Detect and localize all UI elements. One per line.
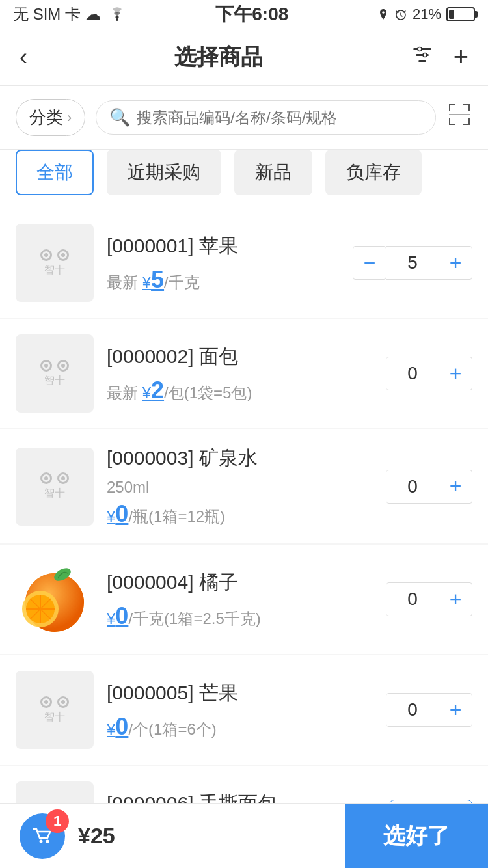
quantity-control: + (386, 693, 472, 727)
search-input[interactable] (137, 109, 422, 127)
cart-icon-wrap[interactable]: 1 (20, 813, 65, 859)
list-item: 智十 [0000002] 面包 最新 ¥2/包(1袋=5包) + (0, 319, 488, 428)
increase-button[interactable]: + (439, 357, 472, 390)
product-image: 智十 (16, 671, 94, 749)
decrease-button[interactable]: − (353, 246, 386, 280)
search-input-wrap: 🔍 (96, 100, 436, 135)
product-price: ¥0/个(1箱=6个) (107, 713, 373, 740)
svg-point-26 (46, 839, 49, 843)
product-name: [0000002] 面包 (107, 344, 373, 370)
battery-percent: 21% (413, 6, 441, 23)
status-left: 无 SIM 卡 ☁ (13, 4, 127, 25)
add-button[interactable]: + (454, 42, 468, 72)
quantity-input[interactable] (386, 582, 439, 616)
product-price: ¥0/瓶(1箱=12瓶) (107, 500, 373, 528)
svg-point-6 (423, 53, 427, 57)
product-list: 智十 [0000001] 苹果 最新 ¥5/千克 − + 智十 (0, 208, 488, 868)
increase-button[interactable]: + (439, 582, 472, 616)
nav-actions: + (411, 42, 468, 72)
wifi-icon (107, 7, 127, 21)
svg-rect-10 (468, 104, 470, 111)
status-bar: 无 SIM 卡 ☁ 下午6:08 21% (0, 0, 488, 29)
product-info: [0000002] 面包 最新 ¥2/包(1袋=5包) (107, 344, 373, 404)
product-image: 智十 (16, 334, 94, 413)
product-info: [0000001] 苹果 最新 ¥5/千克 (107, 233, 340, 293)
product-info: [0000005] 芒果 ¥0/个(1箱=6个) (107, 680, 373, 740)
increase-button[interactable]: + (439, 246, 472, 280)
tab-all[interactable]: 全部 (16, 150, 94, 195)
list-item: 智十 [0000005] 芒果 ¥0/个(1箱=6个) + (0, 655, 488, 765)
tab-new[interactable]: 新品 (234, 150, 312, 195)
svg-rect-8 (449, 104, 450, 111)
cart-badge: 1 (46, 809, 69, 833)
signal-text: 无 SIM 卡 ☁ (13, 4, 101, 25)
product-price: ¥0/千克(1箱=2.5千克) (107, 603, 373, 630)
orange-fruit-image (16, 560, 94, 638)
cart-total: ¥25 (78, 823, 115, 848)
cart-section: 1 ¥25 (0, 813, 345, 859)
battery-icon (446, 7, 475, 21)
bottom-bar: 1 ¥25 选好了 (0, 803, 488, 868)
increase-button[interactable]: + (439, 693, 472, 727)
quantity-control: − + (353, 246, 472, 280)
svg-rect-4 (418, 60, 426, 62)
increase-button[interactable]: + (439, 470, 472, 504)
quantity-input[interactable] (386, 357, 439, 390)
list-item: 智十 [0000001] 苹果 最新 ¥5/千克 − + (0, 208, 488, 318)
nav-bar: ‹ 选择商品 + (0, 29, 488, 86)
product-spec: 250ml (107, 478, 373, 496)
alarm-icon (394, 8, 407, 21)
quantity-input[interactable] (386, 693, 439, 727)
svg-point-0 (116, 18, 118, 21)
product-info: [0000003] 矿泉水 250ml ¥0/瓶(1箱=12瓶) (107, 445, 373, 528)
quantity-control: + (386, 357, 472, 390)
svg-rect-12 (449, 118, 450, 125)
svg-rect-2 (413, 48, 431, 50)
category-button[interactable]: 分类 › (16, 99, 85, 136)
product-image: 智十 (16, 448, 94, 526)
quantity-input[interactable] (386, 470, 439, 504)
svg-rect-15 (449, 114, 470, 115)
product-info: [0000004] 橘子 ¥0/千克(1箱=2.5千克) (107, 569, 373, 630)
search-icon: 🔍 (109, 107, 130, 128)
search-bar: 分类 › 🔍 (0, 86, 488, 150)
list-item: 智十 [0000003] 矿泉水 250ml ¥0/瓶(1箱=12瓶) + (0, 429, 488, 543)
scan-icon[interactable] (446, 102, 472, 133)
quantity-control: + (386, 470, 472, 504)
product-image-orange (16, 560, 94, 638)
chevron-right-icon: › (67, 109, 72, 126)
svg-rect-14 (468, 118, 470, 125)
page-title: 选择商品 (174, 42, 263, 72)
list-item: [0000004] 橘子 ¥0/千克(1箱=2.5千克) + (0, 545, 488, 654)
location-icon (377, 8, 389, 20)
tab-negative[interactable]: 负库存 (325, 150, 422, 195)
quantity-control: + (386, 582, 472, 616)
quantity-input[interactable] (386, 246, 439, 280)
product-price: 最新 ¥5/千克 (107, 266, 340, 293)
product-image: 智十 (16, 224, 94, 302)
svg-point-5 (418, 47, 422, 51)
svg-point-25 (40, 839, 43, 843)
tab-recent[interactable]: 近期采购 (107, 150, 221, 195)
filter-icon[interactable] (411, 43, 434, 72)
product-name: [0000003] 矿泉水 (107, 445, 373, 472)
confirm-button[interactable]: 选好了 (345, 804, 488, 869)
product-name: [0000001] 苹果 (107, 233, 340, 260)
back-button[interactable]: ‹ (20, 44, 27, 71)
product-name: [0000004] 橘子 (107, 569, 373, 596)
product-name: [0000005] 芒果 (107, 680, 373, 707)
status-right: 21% (377, 6, 475, 23)
status-time: 下午6:08 (215, 2, 288, 27)
filter-tabs: 全部 近期采购 新品 负库存 (0, 150, 488, 208)
product-price: 最新 ¥2/包(1袋=5包) (107, 377, 373, 404)
